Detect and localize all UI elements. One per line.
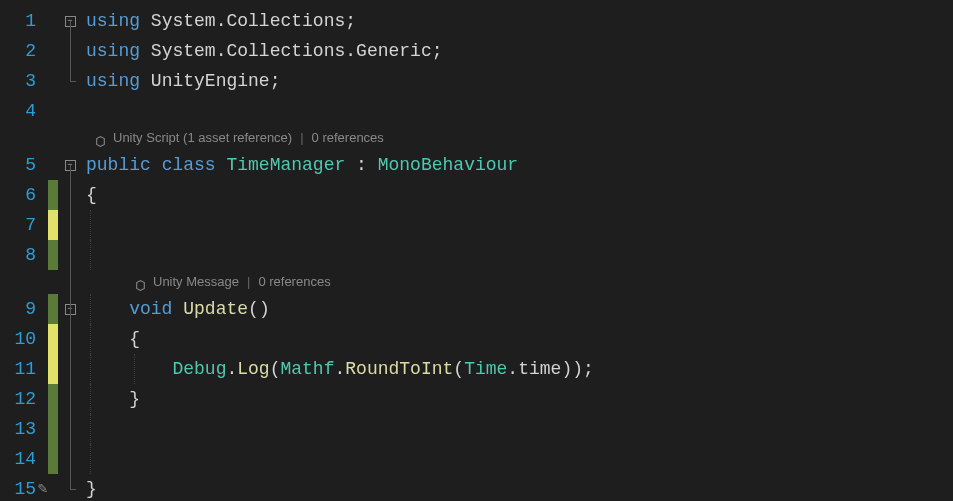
namespace: System [151,11,216,31]
pencil-icon: ✎ [38,477,48,501]
change-indicator-bar [48,0,58,501]
code-line[interactable]: using System.Collections; [86,6,953,36]
code-line[interactable]: } [86,384,953,414]
code-line[interactable]: using UnityEngine; [86,66,953,96]
code-editor[interactable]: 1 2 3 4 5 6 7 8 9 10 11 12 13 14 15 [0,0,953,501]
codelens[interactable]: Unity Script (1 asset reference) | 0 ref… [86,126,953,150]
keyword: using [86,11,140,31]
line-number: 7 [0,210,36,240]
unity-icon [134,276,147,289]
line-number: 9 [0,294,36,324]
keyword: using [86,41,140,61]
base-class: MonoBehaviour [378,155,518,175]
line-number: 2 [0,36,36,66]
code-line[interactable]: Debug.Log(Mathf.RoundToInt(Time.time)); [86,354,953,384]
line-number: 12 [0,384,36,414]
line-number: 13 [0,414,36,444]
codelens-refs: 0 references [312,126,384,150]
code-line[interactable]: void Update() [86,294,953,324]
code-line[interactable] [86,240,953,270]
line-number: 15 [0,474,36,501]
line-number: 1 [0,6,36,36]
codelens-label: Unity Script (1 asset reference) [113,126,292,150]
code-line[interactable] [86,210,953,240]
codelens-label: Unity Message [153,270,239,294]
codelens[interactable]: Unity Message | 0 references [86,270,953,294]
line-number: 5 [0,150,36,180]
line-number: 11 [0,354,36,384]
outline-fold-column: − − − [58,0,82,501]
line-number: 10 [0,324,36,354]
code-line[interactable]: public class TimeManager : MonoBehaviour [86,150,953,180]
namespace: Collections [226,11,345,31]
method-name: Update [183,299,248,319]
code-line[interactable]: { [86,324,953,354]
line-number: 6 [0,180,36,210]
code-line[interactable] [86,444,953,474]
line-number: 4 [0,96,36,126]
code-line[interactable]: } [86,474,953,501]
line-number: 14 [0,444,36,474]
line-number-gutter: 1 2 3 4 5 6 7 8 9 10 11 12 13 14 15 [0,0,48,501]
code-line[interactable]: using System.Collections.Generic; [86,36,953,66]
class-name: TimeManager [226,155,345,175]
line-number: 3 [0,66,36,96]
code-line[interactable] [86,96,953,126]
unity-icon [94,132,107,145]
code-area[interactable]: using System.Collections; using System.C… [82,0,953,501]
code-line[interactable]: { [86,180,953,210]
code-line[interactable] [86,414,953,444]
codelens-refs: 0 references [258,270,330,294]
line-number: 8 [0,240,36,270]
